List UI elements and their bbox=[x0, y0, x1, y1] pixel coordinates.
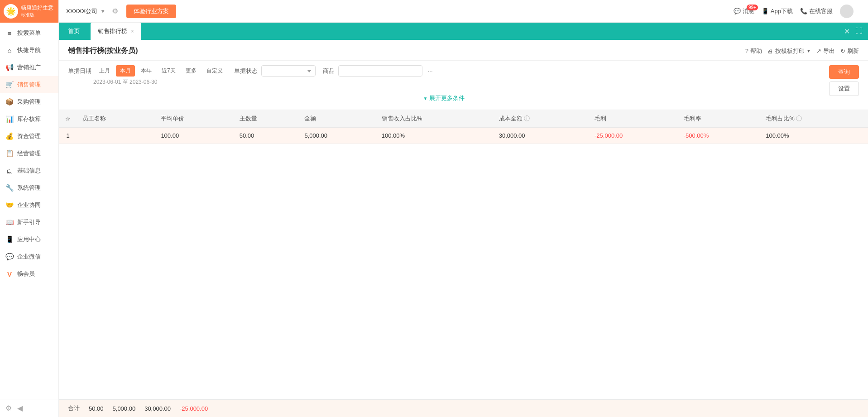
sidebar-menu: ≡ 搜索菜单 ⌂ 快捷导航 📢 营销推广 🛒 销售管理 📦 采购管理 📊 库存核… bbox=[0, 23, 58, 399]
online-service-btn[interactable]: 📞 在线客服 bbox=[800, 7, 833, 15]
app-download-btn[interactable]: 📱 App下载 bbox=[762, 7, 793, 15]
settings-btn[interactable]: 设置 bbox=[829, 81, 859, 96]
sidebar-item-system[interactable]: 🔧 系统管理 bbox=[0, 179, 58, 197]
purchase-icon: 📦 bbox=[5, 98, 14, 106]
filter-row-1: 单据日期 上月 本月 本年 近7天 更多 自定义 单据状态 bbox=[68, 65, 820, 77]
sidebar-label-search: 搜索菜单 bbox=[17, 29, 41, 37]
this-year-btn[interactable]: 本年 bbox=[137, 65, 156, 77]
sidebar-item-wechat[interactable]: 💬 企业微信 bbox=[0, 248, 58, 265]
message-icon: 💬 bbox=[734, 8, 741, 14]
tab-sales-ranking[interactable]: 销售排行榜 × bbox=[91, 23, 141, 40]
table-header-row: ☆ 员工名称 平均单价 主数量 全额 销售收入占比% 成本全额 ⓘ 毛利 毛利率… bbox=[59, 110, 868, 128]
status-filter-label: 单据状态 bbox=[234, 67, 258, 75]
table-wrapper: ☆ 员工名称 平均单价 主数量 全额 销售收入占比% 成本全额 ⓘ 毛利 毛利率… bbox=[59, 110, 868, 399]
home-icon: ⌂ bbox=[5, 47, 14, 54]
gross-pct-info-icon: ⓘ bbox=[796, 115, 802, 122]
footer-gross: -25,000.00 bbox=[180, 405, 208, 412]
base-icon: 🗂 bbox=[5, 167, 14, 175]
logo-text-block: 畅康通好生意 标准版 bbox=[21, 5, 53, 18]
sidebar-item-manage[interactable]: 📋 经营管理 bbox=[0, 145, 58, 162]
sidebar-item-member[interactable]: V 畅会员 bbox=[0, 265, 58, 283]
message-btn[interactable]: 💬 消息 99+ bbox=[734, 7, 754, 15]
sidebar-item-app[interactable]: 📱 应用中心 bbox=[0, 231, 58, 248]
tab-home[interactable]: 首页 bbox=[59, 23, 89, 40]
collapse-icon[interactable]: ◀ bbox=[17, 404, 23, 412]
this-month-btn[interactable]: 本月 bbox=[116, 65, 135, 77]
sidebar-item-search[interactable]: ≡ 搜索菜单 bbox=[0, 24, 58, 42]
tab-close-icon[interactable]: × bbox=[131, 28, 134, 34]
help-label: 帮助 bbox=[750, 47, 762, 55]
custom-btn[interactable]: 自定义 bbox=[202, 65, 227, 77]
message-badge: 99+ bbox=[747, 5, 758, 10]
print-btn[interactable]: 🖨 按模板打印 ▼ bbox=[767, 47, 811, 55]
sidebar-item-marketing[interactable]: 📢 营销推广 bbox=[0, 59, 58, 76]
company-arrow-icon: ▼ bbox=[100, 8, 106, 14]
table-footer: 合计 50.00 5,000.00 30,000.00 -25,000.00 bbox=[59, 399, 868, 417]
company-selector[interactable]: XXXXX公司 ▼ bbox=[66, 7, 106, 15]
cost-info-icon: ⓘ bbox=[524, 115, 530, 122]
marketing-icon: 📢 bbox=[5, 63, 14, 72]
th-amount: 全额 bbox=[299, 110, 376, 128]
settings-icon[interactable]: ⚙ bbox=[5, 404, 12, 412]
avatar[interactable] bbox=[840, 5, 854, 18]
goods-dots[interactable]: ··· bbox=[428, 67, 433, 74]
help-btn[interactable]: ? 帮助 bbox=[745, 47, 762, 55]
sidebar-item-coop[interactable]: 🤝 企业协同 bbox=[0, 197, 58, 214]
page-header: 销售排行榜(按业务员) ? 帮助 🖨 按模板打印 ▼ ↗ 导出 ↻ 刷新 bbox=[59, 40, 868, 61]
date-btns: 上月 本月 本年 近7天 更多 自定义 bbox=[95, 65, 227, 77]
last7-btn[interactable]: 近7天 bbox=[158, 65, 180, 77]
trial-btn[interactable]: 体验行业方案 bbox=[126, 5, 176, 18]
print-label: 按模板打印 bbox=[775, 47, 805, 55]
th-rank: ☆ bbox=[59, 110, 77, 128]
date-filter-label: 单据日期 bbox=[68, 67, 91, 75]
goods-filter-group: 商品 ··· bbox=[323, 65, 433, 77]
sidebar-logo: 🌟 畅康通好生意 标准版 bbox=[0, 0, 58, 23]
cell-gross-rate: -500.00% bbox=[678, 128, 761, 144]
goods-input[interactable] bbox=[338, 65, 422, 77]
refresh-btn[interactable]: ↻ 刷新 bbox=[840, 47, 859, 55]
sidebar-item-finance[interactable]: 💰 资金管理 bbox=[0, 128, 58, 145]
footer-cost-cell: 30,000.00 bbox=[144, 404, 171, 412]
status-select[interactable] bbox=[261, 65, 316, 77]
tab-active-label: 销售排行榜 bbox=[98, 27, 127, 35]
app-download-icon: 📱 bbox=[762, 8, 769, 14]
footer-amount-cell: 5,000.00 bbox=[113, 404, 136, 412]
sidebar-item-sales[interactable]: 🛒 销售管理 bbox=[0, 76, 58, 93]
cell-cost: 30,000.00 bbox=[494, 128, 589, 144]
export-icon: ↗ bbox=[816, 48, 821, 54]
sidebar-item-base[interactable]: 🗂 基础信息 bbox=[0, 162, 58, 179]
sidebar-label-manage: 经营管理 bbox=[17, 149, 41, 158]
expand-icon: ▼ bbox=[423, 96, 428, 101]
footer-cost: 30,000.00 bbox=[144, 405, 171, 412]
page-actions: ? 帮助 🖨 按模板打印 ▼ ↗ 导出 ↻ 刷新 bbox=[745, 47, 859, 55]
footer-gross-cell: -25,000.00 bbox=[180, 404, 208, 412]
more-btn[interactable]: 更多 bbox=[182, 65, 201, 77]
logo-icon: 🌟 bbox=[4, 4, 18, 19]
sidebar-item-stock[interactable]: 📊 库存核算 bbox=[0, 110, 58, 128]
window-close-icon[interactable]: ✕ bbox=[844, 27, 850, 36]
window-max-icon[interactable]: ⛶ bbox=[855, 27, 863, 35]
expand-more-btn[interactable]: ▼ 展开更多条件 bbox=[423, 94, 465, 102]
cell-rank: 1 bbox=[59, 128, 77, 144]
cell-qty: 50.00 bbox=[234, 128, 299, 144]
sidebar-item-quick-nav[interactable]: ⌂ 快捷导航 bbox=[0, 42, 58, 59]
footer-qty-cell: 50.00 bbox=[89, 404, 104, 412]
sidebar-label-stock: 库存核算 bbox=[17, 115, 41, 123]
sidebar-label-finance: 资金管理 bbox=[17, 132, 41, 140]
export-btn[interactable]: ↗ 导出 bbox=[816, 47, 835, 55]
topbar-settings-icon[interactable]: ⚙ bbox=[112, 7, 118, 15]
th-cost: 成本全额 ⓘ bbox=[494, 110, 589, 128]
th-gross-rate: 毛利率 bbox=[678, 110, 761, 128]
last-month-btn[interactable]: 上月 bbox=[95, 65, 114, 77]
sidebar-item-guide[interactable]: 📖 新手引导 bbox=[0, 214, 58, 231]
sidebar-label-marketing: 营销推广 bbox=[17, 63, 41, 72]
logo-sub: 标准版 bbox=[21, 12, 53, 18]
sidebar-item-purchase[interactable]: 📦 采购管理 bbox=[0, 93, 58, 110]
query-btn[interactable]: 查询 bbox=[829, 65, 859, 79]
th-qty: 主数量 bbox=[234, 110, 299, 128]
sidebar: 🌟 畅康通好生意 标准版 ≡ 搜索菜单 ⌂ 快捷导航 📢 营销推广 🛒 销售管理… bbox=[0, 0, 59, 417]
sidebar-label-sales: 销售管理 bbox=[17, 81, 41, 89]
service-label: 在线客服 bbox=[809, 7, 833, 15]
footer-label-cell: 合计 bbox=[68, 404, 80, 412]
sidebar-label-quick-nav: 快捷导航 bbox=[17, 46, 41, 54]
